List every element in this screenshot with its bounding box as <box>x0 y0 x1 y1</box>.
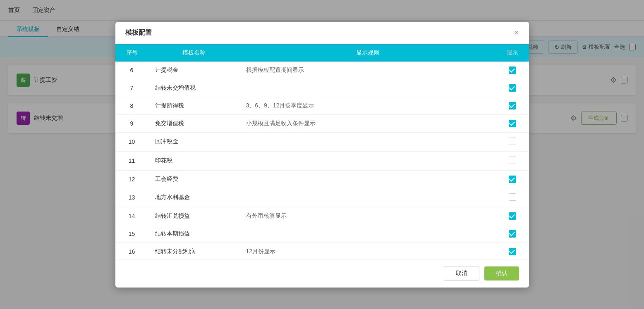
cell-rule-10: 12月份显示 <box>239 242 496 259</box>
table-row: 11印花税 <box>115 151 529 170</box>
table-row: 9免交增值税小规模且满足收入条件显示 <box>115 114 529 132</box>
th-show: 显示 <box>496 44 529 62</box>
cell-name-7: 地方水利基金 <box>148 188 239 207</box>
background-page: 首页 固定资产 系统模板 自定义结 测算金额 ▶ 视频 ↻ 刷新 ⚙ 模板配置 … <box>0 0 644 309</box>
cell-show-10[interactable] <box>496 242 529 259</box>
checkbox-checked-10[interactable] <box>509 248 516 255</box>
checkbox-checked-6[interactable] <box>509 176 516 183</box>
cell-num-8: 14 <box>115 207 148 225</box>
cell-rule-2: 3、6、9、12月按季度显示 <box>239 97 496 114</box>
cell-num-2: 8 <box>115 97 148 114</box>
cell-name-3: 免交增值税 <box>148 114 239 132</box>
cancel-button[interactable]: 取消 <box>444 266 479 281</box>
cell-rule-9 <box>239 225 496 242</box>
th-name: 模板名称 <box>148 44 239 62</box>
cell-num-3: 9 <box>115 114 148 132</box>
checkbox-unchecked-5[interactable] <box>509 157 516 164</box>
table-body: 6计提税金根据模板配置期间显示7结转未交增值税8计提所得税3、6、9、12月按季… <box>115 62 529 259</box>
table-row: 10回冲税金 <box>115 132 529 151</box>
cell-show-1[interactable] <box>496 79 529 97</box>
modal-title: 模板配置 <box>125 29 152 37</box>
table-row: 6计提税金根据模板配置期间显示 <box>115 62 529 79</box>
cell-show-5[interactable] <box>496 151 529 170</box>
table-row: 7结转未交增值税 <box>115 79 529 97</box>
cell-show-8[interactable] <box>496 207 529 225</box>
th-num: 序号 <box>115 44 148 62</box>
cell-num-0: 6 <box>115 62 148 79</box>
checkbox-checked-8[interactable] <box>509 212 516 220</box>
checkbox-unchecked-7[interactable] <box>509 193 516 201</box>
modal-overlay: 模板配置 × 序号 模板名称 显示规则 显示 <box>0 0 644 309</box>
modal-template-config: 模板配置 × 序号 模板名称 显示规则 显示 <box>115 22 529 288</box>
cell-rule-4 <box>239 132 496 151</box>
modal-header: 模板配置 × <box>115 22 529 44</box>
cell-show-9[interactable] <box>496 225 529 242</box>
cell-show-0[interactable] <box>496 62 529 79</box>
checkbox-checked-0[interactable] <box>509 67 516 74</box>
cell-show-7[interactable] <box>496 188 529 207</box>
cell-rule-8: 有外币核算显示 <box>239 207 496 225</box>
cell-num-5: 11 <box>115 151 148 170</box>
table-row: 15结转本期损益 <box>115 225 529 242</box>
cell-name-1: 结转未交增值税 <box>148 79 239 97</box>
table-header: 序号 模板名称 显示规则 显示 <box>115 44 529 62</box>
cell-name-5: 印花税 <box>148 151 239 170</box>
cell-rule-6 <box>239 170 496 188</box>
cell-name-2: 计提所得税 <box>148 97 239 114</box>
cell-name-4: 回冲税金 <box>148 132 239 151</box>
cell-rule-1 <box>239 79 496 97</box>
table-row: 8计提所得税3、6、9、12月按季度显示 <box>115 97 529 114</box>
checkbox-checked-3[interactable] <box>509 120 516 127</box>
table-row: 16结转未分配利润12月份显示 <box>115 242 529 259</box>
cell-show-2[interactable] <box>496 97 529 114</box>
cell-show-3[interactable] <box>496 114 529 132</box>
modal-body: 序号 模板名称 显示规则 显示 6计提税金根据模板配置期间显示7结转未交增值税8… <box>115 44 529 259</box>
table-row: 12工会经费 <box>115 170 529 188</box>
cell-num-4: 10 <box>115 132 148 151</box>
cell-num-10: 16 <box>115 242 148 259</box>
cell-rule-5 <box>239 151 496 170</box>
cell-num-9: 15 <box>115 225 148 242</box>
cell-name-9: 结转本期损益 <box>148 225 239 242</box>
config-table: 序号 模板名称 显示规则 显示 6计提税金根据模板配置期间显示7结转未交增值税8… <box>115 44 529 259</box>
cell-num-6: 12 <box>115 170 148 188</box>
table-row: 14结转汇兑损益有外币核算显示 <box>115 207 529 225</box>
cell-num-1: 7 <box>115 79 148 97</box>
cell-name-8: 结转汇兑损益 <box>148 207 239 225</box>
cell-rule-3: 小规模且满足收入条件显示 <box>239 114 496 132</box>
cell-rule-7 <box>239 188 496 207</box>
checkbox-checked-2[interactable] <box>509 102 516 109</box>
cell-name-10: 结转未分配利润 <box>148 242 239 259</box>
confirm-button[interactable]: 确认 <box>484 266 519 280</box>
cell-name-6: 工会经费 <box>148 170 239 188</box>
checkbox-checked-9[interactable] <box>509 230 516 238</box>
cell-name-0: 计提税金 <box>148 62 239 79</box>
checkbox-unchecked-4[interactable] <box>509 138 516 145</box>
th-rule: 显示规则 <box>239 44 496 62</box>
cell-num-7: 13 <box>115 188 148 207</box>
cell-rule-0: 根据模板配置期间显示 <box>239 62 496 79</box>
cell-show-6[interactable] <box>496 170 529 188</box>
table-scroll[interactable]: 序号 模板名称 显示规则 显示 6计提税金根据模板配置期间显示7结转未交增值税8… <box>115 44 529 259</box>
modal-footer: 取消 确认 <box>115 259 529 288</box>
modal-close-button[interactable]: × <box>514 29 519 37</box>
checkbox-checked-1[interactable] <box>509 84 516 92</box>
cell-show-4[interactable] <box>496 132 529 151</box>
table-row: 13地方水利基金 <box>115 188 529 207</box>
